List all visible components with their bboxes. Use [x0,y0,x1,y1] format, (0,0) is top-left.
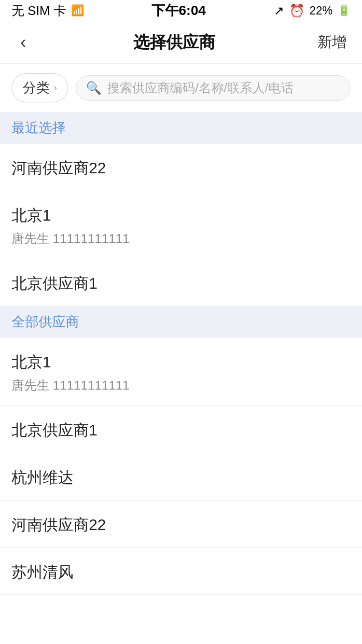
status-left: 无 SIM 卡 📶 [12,2,84,19]
item-name: 苏州清风 [12,561,350,583]
list-item[interactable]: 北京供应商1 [0,406,362,453]
list-item[interactable]: 北京供应商1 [0,259,362,307]
item-sub: 唐先生 11111111111 [12,377,350,394]
list-item[interactable]: 苏州清风 [0,548,362,595]
list-item[interactable]: 北京1唐先生 11111111111 [0,338,362,406]
all-section-label: 全部供应商 [12,314,79,329]
chevron-right-icon: › [54,82,57,94]
list-item[interactable]: 北京1唐先生 11111111111 [0,191,362,259]
item-name: 河南供应商22 [12,157,350,179]
item-name: 北京1 [12,205,350,226]
recent-section-label: 最近选择 [12,120,66,135]
no-sim-label: 无 SIM 卡 [12,2,66,19]
item-name: 河南供应商22 [12,514,350,536]
list-item[interactable]: 河南供应商22 [0,144,362,191]
recent-items-list: 河南供应商22北京1唐先生 11111111111北京供应商1 [0,144,362,306]
item-sub: 唐先生 11111111111 [12,230,350,247]
list-item[interactable]: 杭州维达 [0,453,362,501]
all-section-header: 全部供应商 [0,306,362,338]
wifi-icon: 📶 [71,4,84,17]
back-button[interactable]: ‹ [15,28,31,57]
item-name: 北京供应商1 [12,420,350,441]
status-bar: 无 SIM 卡 📶 下午6:04 ↗ ⏰ 22% 🔋 [0,0,362,21]
status-time: 下午6:04 [152,1,206,20]
status-right: ↗ ⏰ 22% 🔋 [274,3,350,18]
item-name: 北京1 [12,351,350,373]
search-input[interactable] [107,81,340,96]
recent-section-header: 最近选择 [0,112,362,144]
alarm-icon: ⏰ [289,3,305,18]
filter-row: 分类 › 🔍 [0,64,362,112]
list-item[interactable]: 河南供应商22 [0,501,362,548]
category-label: 分类 [23,79,50,97]
item-name: 杭州维达 [12,467,350,489]
search-icon: 🔍 [86,81,101,96]
battery-icon: 🔋 [337,4,350,17]
location-icon: ↗ [274,3,284,18]
category-button[interactable]: 分类 › [12,73,68,102]
search-box: 🔍 [76,75,350,101]
battery-label: 22% [309,4,333,17]
nav-bar: ‹ 选择供应商 新增 [0,21,362,64]
new-action-button[interactable]: 新增 [318,32,347,52]
all-items-list: 北京1唐先生 11111111111北京供应商1杭州维达河南供应商22苏州清风 [0,338,362,595]
item-name: 北京供应商1 [12,273,350,294]
page-title: 选择供应商 [133,31,215,54]
